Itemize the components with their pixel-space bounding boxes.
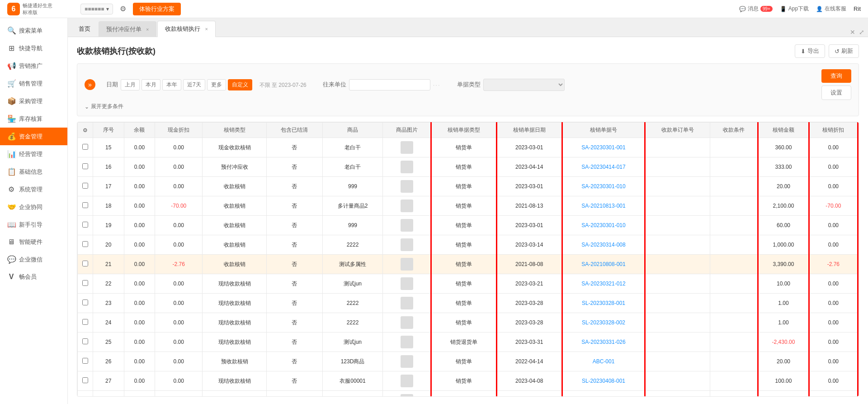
td-amount-discount: 0.00 — [809, 333, 858, 352]
tab-receipt-close[interactable]: × — [205, 26, 208, 32]
expand-more-btn[interactable]: ⌄ 展开更多条件 — [85, 103, 851, 110]
tab-prepay[interactable]: 预付冲应付单 × — [99, 21, 156, 37]
filter-toggle[interactable]: » — [85, 79, 95, 90]
th-order-no: 收款单订单号 — [645, 123, 710, 138]
td-included: 否 — [267, 235, 322, 255]
table-row: 26 0.00 0.00 预收款核销 否 123D商品 销货单 2022-04-… — [78, 352, 858, 371]
td-checkbox[interactable] — [78, 294, 93, 313]
sidebar-item-finance[interactable]: 💰 资金管理 — [0, 128, 67, 145]
more-date-btn[interactable]: 更多 — [207, 79, 226, 90]
sidebar-label-member: 畅会员 — [19, 273, 37, 281]
tab-home[interactable]: 首页 — [71, 21, 98, 37]
bill-type-select[interactable] — [483, 79, 565, 91]
sidebar-item-basic[interactable]: 📋 基础信息 — [0, 163, 67, 181]
td-order-no — [645, 294, 710, 313]
th-settings[interactable]: ⚙ — [78, 123, 93, 138]
tab-prepay-close[interactable]: × — [146, 27, 149, 32]
td-bill-date: 2023-04-18 — [496, 391, 562, 397]
sidebar-item-navigation[interactable]: ⊞ 快捷导航 — [0, 39, 67, 57]
td-bill-type: 销货单 — [431, 157, 497, 177]
this-year-btn[interactable]: 本年 — [162, 79, 181, 90]
export-button[interactable]: ⬇ 导出 — [795, 44, 825, 58]
sidebar-item-hardware[interactable]: 🖥 智能硬件 — [0, 233, 67, 251]
sidebar-item-operations[interactable]: 📊 经营管理 — [0, 145, 67, 163]
counterpart-input[interactable] — [349, 79, 430, 90]
sidebar-item-sales[interactable]: 🛒 销售管理 — [0, 75, 67, 92]
th-seq: 序号 — [93, 123, 124, 138]
expand-icon[interactable]: ⤢ — [859, 29, 864, 36]
online-service-label: 在线客服 — [825, 5, 846, 13]
td-included: 否 — [267, 274, 322, 294]
td-bill-type: 销货单 — [431, 177, 497, 196]
td-type: 现结收款核销 — [203, 391, 267, 397]
main-area: 首页 预付冲应付单 × 收款核销执行 × ✕ ⤢ 收款核销执行(按收款) ⬇ — [68, 18, 868, 404]
app-download-button[interactable]: 📱 App下载 — [780, 5, 809, 13]
company-selector[interactable]: ■■■■■■ ▾ — [80, 4, 113, 14]
td-checkbox[interactable] — [78, 157, 93, 177]
td-discount: 0.00 — [155, 216, 203, 235]
refresh-button[interactable]: ↺ 刷新 — [829, 44, 859, 58]
td-checkbox[interactable] — [78, 274, 93, 294]
td-product: 2222 — [322, 391, 383, 397]
td-type: 收款核销 — [203, 177, 267, 196]
td-checkbox[interactable] — [78, 196, 93, 216]
tab-prepay-label: 预付冲应付单 — [106, 25, 142, 33]
th-discount: 现金折扣 — [155, 123, 203, 138]
td-balance: 0.00 — [124, 313, 155, 333]
td-checkbox[interactable] — [78, 216, 93, 235]
th-type: 核销类型 — [203, 123, 267, 138]
td-product: 老白干 — [322, 138, 383, 157]
sidebar-label-finance: 资金管理 — [19, 133, 42, 141]
message-button[interactable]: 💬 消息 99+ — [739, 5, 773, 13]
last-month-btn[interactable]: 上月 — [121, 79, 140, 90]
sidebar-item-marketing[interactable]: 📢 营销推广 — [0, 57, 67, 75]
td-balance: 0.00 — [124, 371, 155, 391]
sidebar-item-system[interactable]: ⚙ 系统管理 — [0, 181, 67, 198]
message-icon: 💬 — [739, 6, 746, 12]
tab-receipt[interactable]: 收款核销执行 × — [157, 21, 215, 37]
settings-button[interactable]: 设置 — [821, 86, 851, 100]
td-discount: -2.76 — [155, 255, 203, 274]
sidebar-item-member[interactable]: V 畅会员 — [0, 268, 67, 285]
query-button[interactable]: 查询 — [821, 69, 851, 83]
industry-button[interactable]: 体验行业方案 — [133, 3, 181, 15]
close-window-icon[interactable]: ✕ — [850, 29, 855, 36]
online-service-button[interactable]: 👤 在线客服 — [816, 5, 846, 13]
td-checkbox[interactable] — [78, 255, 93, 274]
td-checkbox[interactable] — [78, 391, 93, 397]
td-bill-type: 销货单 — [431, 274, 497, 294]
this-month-btn[interactable]: 本月 — [142, 79, 160, 90]
td-amount: 333.00 — [758, 157, 809, 177]
table-row: 21 0.00 -2.76 收款核销 否 测试多属性 销货单 2021-08-0… — [78, 255, 858, 274]
td-checkbox[interactable] — [78, 352, 93, 371]
td-order-no — [645, 216, 710, 235]
marketing-icon: 📢 — [7, 62, 15, 70]
td-amount-discount: 0.00 — [809, 157, 858, 177]
td-checkbox[interactable] — [78, 235, 93, 255]
td-checkbox[interactable] — [78, 371, 93, 391]
td-balance: 0.00 — [124, 216, 155, 235]
td-bill-date: 2021-08-13 — [496, 196, 562, 216]
sidebar-item-purchase[interactable]: 📦 采购管理 — [0, 92, 67, 110]
td-checkbox[interactable] — [78, 138, 93, 157]
td-order-no — [645, 352, 710, 371]
custom-date-btn[interactable]: 自定义 — [228, 79, 252, 90]
sidebar-item-search[interactable]: 🔍 搜索菜单 — [0, 22, 67, 39]
company-name: ■■■■■■ — [85, 6, 104, 12]
td-checkbox[interactable] — [78, 177, 93, 196]
finance-icon: 💰 — [7, 132, 15, 141]
td-included: 否 — [267, 391, 322, 397]
sidebar-item-collab[interactable]: 🤝 企业协同 — [0, 198, 67, 216]
td-bill-date: 2022-04-14 — [496, 352, 562, 371]
sidebar-item-inventory[interactable]: 🏪 库存核算 — [0, 110, 67, 128]
sidebar-item-guide[interactable]: 📖 新手引导 — [0, 216, 67, 233]
td-type: 现结收款核销 — [203, 294, 267, 313]
last-7days-btn[interactable]: 近7天 — [183, 79, 205, 90]
settings-icon[interactable]: ⚙ — [117, 3, 129, 15]
sidebar-item-wechat[interactable]: 💬 企业微信 — [0, 251, 67, 268]
td-checkbox[interactable] — [78, 313, 93, 333]
td-checkbox[interactable] — [78, 333, 93, 352]
table-wrapper[interactable]: ⚙ 序号 余额 现金折扣 核销类型 包含已结清 商品 商品图片 核销单据类型 核… — [77, 122, 859, 397]
td-product: 2222 — [322, 294, 383, 313]
td-amount-discount: -2.76 — [809, 255, 858, 274]
